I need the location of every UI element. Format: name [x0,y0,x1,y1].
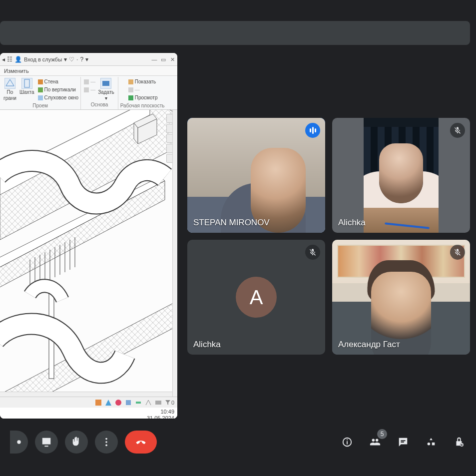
participant-count-badge: 5 [377,429,387,439]
svg-rect-1 [102,81,109,86]
qa-favorite-icon[interactable]: ♡ [69,56,74,63]
status-filter-icon[interactable]: 0 [165,400,174,406]
help-icon[interactable]: ? [80,56,83,63]
avatar: A [236,277,277,318]
raise-hand-button[interactable] [65,431,88,454]
ribbon-btn-wall[interactable]: Стена [37,78,79,86]
window-maximize-button[interactable]: ▭ [160,56,166,62]
control-button-cut[interactable] [10,431,28,454]
participant-tile-alichka-video[interactable]: Alichka [332,118,470,233]
clock-date: 31.05.2024 [147,415,174,419]
speaking-indicator-icon [305,123,320,138]
shared-screen-panel: ◂ ☷ 👤 Вход в службы ▾ ♡ · ? ▾ — ▭ ✕ Изме… [0,53,177,419]
cad-scrollbar-horizontal[interactable] [0,392,172,397]
status-icon-3[interactable] [115,399,122,406]
qa-tree-icon[interactable]: ☷ [7,56,12,63]
ribbon-disabled-1: — [83,78,95,86]
svg-point-29 [105,438,107,440]
ribbon-group-base-label: Основа [91,102,108,108]
qa-dropdown-icon[interactable]: ▾ [64,56,67,63]
cad-ribbon: По грани Шахта Стена По вертикали Слухов… [0,76,177,110]
end-call-button[interactable] [125,431,157,454]
participant-tile-stepan[interactable]: STEPAN MIRONOV [187,118,325,233]
ribbon-btn-dormer[interactable]: Слуховое окно [37,94,79,102]
svg-rect-25 [136,402,141,404]
participant-tile-alichka-avatar[interactable]: A Alichka [187,240,325,355]
qa-sep: · [76,56,78,63]
ribbon-btn-show[interactable]: Показать [127,78,158,86]
svg-rect-36 [432,443,435,446]
filter-icon [165,400,171,406]
activities-button[interactable] [424,435,438,449]
participant-tile-alexander[interactable]: Александр Гаст [332,240,470,355]
qa-user-icon[interactable]: 👤 [14,56,22,63]
meeting-info-button[interactable] [340,435,354,449]
cad-system-clock: 10:49 31.05.2024 [0,408,177,419]
set-icon [100,78,111,89]
ribbon-group-opening: По грани Шахта Стена По вертикали Слухов… [0,77,81,109]
ribbon-btn-preview[interactable]: Просмотр [127,94,158,102]
ribbon-disabled-2: — [83,86,95,94]
participants-button[interactable]: 5 [368,435,382,449]
face-icon [4,78,15,89]
participant-name: Alichka [338,218,366,228]
cad-3d-viewport[interactable] [0,110,177,397]
participant-name: Alichka [193,340,221,350]
cad-titlebar: ◂ ☷ 👤 Вход в службы ▾ ♡ · ? ▾ — ▭ ✕ [0,53,177,66]
cad-menubar[interactable]: Изменить [0,66,177,76]
svg-point-30 [105,441,107,443]
help-dropdown-icon[interactable]: ▾ [85,56,88,63]
status-icon-1[interactable] [95,399,102,406]
svg-rect-24 [126,400,131,405]
svg-rect-34 [347,440,348,441]
svg-rect-0 [24,79,29,87]
status-icon-2[interactable] [105,399,112,406]
muted-mic-icon [450,123,465,138]
ribbon-group-base: — — Задать ▾ Основа [81,77,118,109]
video-feed [187,118,325,233]
svg-point-35 [428,443,431,446]
cad-status-bar: 0 [0,397,177,408]
meet-control-bar: 5 [0,430,476,454]
present-screen-button[interactable] [35,431,58,454]
clock-time: 10:49 [160,409,174,415]
cad-scrollbar-vertical[interactable] [172,110,177,397]
login-button[interactable]: Вход в службы [24,56,62,62]
svg-rect-33 [347,441,348,444]
status-icon-6[interactable] [145,399,152,406]
window-close-button[interactable]: ✕ [169,56,175,62]
ribbon-btn-vertical[interactable]: По вертикали [37,86,79,94]
ribbon-btn-face[interactable]: По грани [2,78,18,102]
chat-button[interactable] [396,435,410,449]
shaft-icon [21,78,32,89]
svg-rect-22 [95,400,101,406]
top-search-bar[interactable] [0,21,470,45]
window-minimize-button[interactable]: — [151,56,157,62]
video-feed [332,240,470,355]
qa-separator-icon: ◂ [2,56,5,63]
ribbon-btn-wp-disabled: — [127,86,158,94]
svg-point-23 [115,400,121,406]
muted-mic-icon [305,245,320,260]
more-options-button[interactable] [95,431,118,454]
video-feed [364,118,439,233]
svg-rect-26 [155,401,161,405]
ribbon-group-opening-label: Проем [32,103,48,109]
menu-edit[interactable]: Изменить [4,68,29,74]
ribbon-group-workplane-label: Рабочая плоскость [120,103,165,109]
muted-mic-icon [450,245,465,260]
svg-point-27 [17,440,20,444]
status-icon-4[interactable] [125,399,132,406]
status-icon-5[interactable] [135,399,142,406]
cad-model-svg [0,110,177,397]
ribbon-group-workplane: Показать — Просмотр Рабочая плоскость [118,77,167,109]
ribbon-btn-shaft[interactable]: Шахта [18,78,36,102]
ribbon-btn-set[interactable]: Задать ▾ [96,78,116,101]
participant-grid: STEPAN MIRONOV Alichka A Alichka Алексан… [187,118,470,355]
host-controls-button[interactable] [452,435,466,449]
status-icon-7[interactable] [155,399,162,406]
svg-point-31 [105,445,107,447]
